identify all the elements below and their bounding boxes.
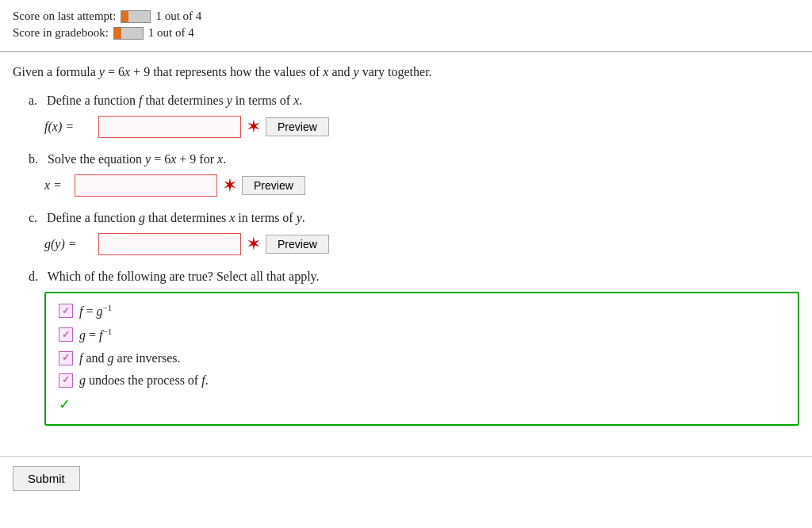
last-attempt-value: 1 out of 4 bbox=[155, 10, 201, 23]
part-b-label: b. Solve the equation y = 6x + 9 for x. bbox=[29, 152, 799, 166]
part-a-error-star: ✶ bbox=[247, 118, 259, 136]
part-d-label: d. Which of the following are true? Sele… bbox=[29, 270, 799, 284]
option-g-undoes-f: g undoes the process of f. bbox=[59, 373, 785, 388]
part-c-error-star: ✶ bbox=[247, 235, 259, 253]
score-bar-gradebook bbox=[113, 27, 144, 40]
checkbox-g-f-inv[interactable] bbox=[59, 327, 73, 342]
part-a-input-row: f(x) = ✶ Preview bbox=[44, 116, 799, 138]
part-b-preview-btn[interactable]: Preview bbox=[242, 176, 305, 195]
var-y1: y bbox=[99, 65, 105, 78]
problem-intro: Given a formula y = 6x + 9 that represen… bbox=[13, 65, 799, 79]
checkbox-f-g-inv[interactable] bbox=[59, 304, 73, 318]
score-bar-fill bbox=[121, 11, 128, 22]
part-c-label: c. Define a function g that determines x… bbox=[29, 211, 799, 225]
option-f-equals-g-inv: f = g−1 bbox=[59, 303, 785, 319]
part-a: a. Define a function f that determines y… bbox=[29, 94, 799, 138]
option-f-g-inverses-text: f and g are inverses. bbox=[79, 351, 181, 365]
part-c-input-row: g(y) = ✶ Preview bbox=[44, 233, 799, 255]
part-a-input[interactable] bbox=[98, 116, 241, 138]
part-b-input[interactable] bbox=[75, 174, 217, 197]
part-a-math-label: f(x) = bbox=[44, 120, 92, 134]
gradebook-label: Score in gradebook: bbox=[13, 26, 109, 40]
last-attempt-label: Score on last attempt: bbox=[13, 10, 116, 23]
option-f-g-inv-text: f = g−1 bbox=[79, 303, 112, 319]
score-bar-empty2 bbox=[121, 28, 143, 39]
var-x1: x bbox=[124, 65, 130, 78]
checkbox-group: f = g−1 g = f−1 f and g are inverses. bbox=[44, 292, 799, 426]
part-a-preview-btn[interactable]: Preview bbox=[266, 117, 329, 136]
green-checkmark: ✓ bbox=[59, 396, 785, 413]
var-x2: x bbox=[323, 65, 328, 78]
main-content: Given a formula y = 6x + 9 that represen… bbox=[0, 52, 812, 456]
submit-button[interactable]: Submit bbox=[13, 466, 80, 491]
part-b-input-row: x = ✶ Preview bbox=[44, 174, 799, 197]
score-bar-attempt bbox=[121, 10, 151, 23]
part-b: b. Solve the equation y = 6x + 9 for x. … bbox=[29, 152, 799, 197]
part-c-input[interactable] bbox=[98, 233, 241, 255]
part-c: c. Define a function g that determines x… bbox=[29, 211, 799, 255]
option-g-equals-f-inv: g = f−1 bbox=[59, 327, 785, 342]
part-b-error-star: ✶ bbox=[224, 177, 236, 194]
checkbox-g-undoes-f[interactable] bbox=[59, 373, 73, 388]
part-b-math-label: x = bbox=[44, 178, 68, 193]
part-c-preview-btn[interactable]: Preview bbox=[266, 235, 329, 254]
submit-section: Submit bbox=[0, 456, 812, 500]
var-y2: y bbox=[354, 65, 359, 78]
part-a-label: a. Define a function f that determines y… bbox=[29, 94, 799, 108]
option-g-undoes-f-text: g undoes the process of f. bbox=[79, 373, 209, 388]
page: Score on last attempt: 1 out of 4 Score … bbox=[0, 0, 812, 528]
last-attempt-score: Score on last attempt: 1 out of 4 bbox=[13, 10, 799, 23]
checkbox-f-g-inverses[interactable] bbox=[59, 351, 73, 365]
option-g-f-inv-text: g = f−1 bbox=[79, 327, 112, 342]
score-bar-fill2 bbox=[114, 28, 121, 39]
score-bar-empty bbox=[128, 11, 150, 22]
gradebook-score: Score in gradebook: 1 out of 4 bbox=[13, 26, 799, 40]
option-f-g-inverses: f and g are inverses. bbox=[59, 351, 785, 365]
part-c-math-label: g(y) = bbox=[44, 237, 92, 251]
part-d: d. Which of the following are true? Sele… bbox=[29, 270, 799, 426]
score-section: Score on last attempt: 1 out of 4 Score … bbox=[0, 0, 812, 52]
gradebook-value: 1 out of 4 bbox=[148, 26, 194, 40]
